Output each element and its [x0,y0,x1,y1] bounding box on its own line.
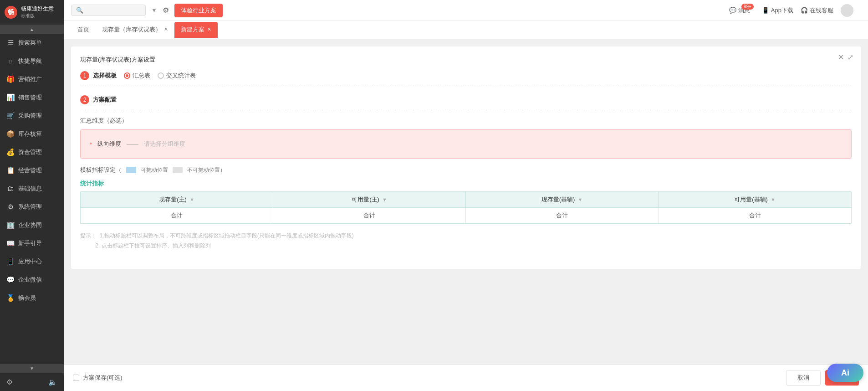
app-version: 标准版 [21,13,54,19]
sidebar-item-label: 经营管理 [18,166,42,175]
topbar-left: 🔍 ▼ ⚙ 体验行业方案 [71,4,223,17]
sidebar: 畅 畅康通好生意 标准版 ▲ ☰ 搜索菜单 ⌂ 快捷导航 🎁 营销推广 📊 销售… [0,0,64,391]
sidebar-item-quick-nav[interactable]: ⌂ 快捷导航 [0,52,64,70]
tab-new-plan-close[interactable]: ✕ [207,26,211,32]
stats-col-4-label: 可用量(基辅) [734,196,768,204]
stats-col-2-label: 可用量(主) [352,196,379,204]
message-button[interactable]: 💬 消息 99+ [729,6,750,15]
dimension-vertical-label: 纵向维度 [97,140,121,148]
stats-col-2-header[interactable]: 可用量(主) ▼ [273,192,466,207]
sidebar-item-label: 畅会员 [18,294,36,302]
stats-title: 统计指标 [80,180,852,188]
headset-icon: 🎧 [801,7,808,14]
stats-cell-4: 合计 [659,208,851,223]
sound-footer-icon[interactable]: 🔈 [48,378,57,386]
sidebar-item-wechat[interactable]: 💬 企业微信 [0,271,64,289]
sidebar-item-label: 基础信息 [18,185,42,193]
panel-actions: ✕ ⤢ [838,53,853,62]
avatar[interactable] [841,4,853,17]
sidebar-item-label: 企业协同 [18,221,42,229]
sidebar-item-inventory[interactable]: 📦 库存核算 [0,125,64,143]
tab-inventory-status-close[interactable]: ✕ [164,26,168,32]
message-badge: 99+ [741,4,754,10]
message-icon: 💬 [729,7,736,14]
step2-badge: 2 [80,95,89,104]
step2-section: 2 方案配置 汇总维度（必选） * 纵向维度 —— 请选择分组维度 模板指标设定… [80,95,852,251]
sidebar-item-marketing[interactable]: 🎁 营销推广 [0,70,64,88]
ai-float-button[interactable]: Ai [827,364,863,382]
stats-table-header: 现存量(主) ▼ 可用量(主) ▼ 现存量(基辅) ▼ [81,192,851,208]
draggable-indicator [126,167,136,173]
sidebar-item-label: 快捷导航 [18,57,42,65]
sidebar-item-label: 新手引导 [18,239,42,247]
app-download-label: App下载 [771,6,793,15]
dimension-label: 汇总维度（必选） [80,117,852,125]
sidebar-scroll-down[interactable]: ▼ [0,364,64,373]
sidebar-item-enterprise[interactable]: 🏢 企业协同 [0,216,64,234]
wechat-icon: 💬 [6,276,15,284]
apps-icon: 📱 [6,257,15,266]
tab-inventory-status[interactable]: 现存量（库存状况表） ✕ [96,22,174,38]
online-service-button[interactable]: 🎧 在线客服 [801,6,833,15]
industry-plan-button[interactable]: 体验行业方案 [174,4,223,17]
sidebar-footer: ⚙ 🔈 [0,373,64,391]
basics-icon: 🗂 [6,185,15,193]
stats-col-1-header[interactable]: 现存量(主) ▼ [81,192,273,207]
tip-2: 2. 点击标题栏下拉可设置排序、插入列和删除列 [80,241,852,251]
sidebar-item-sales[interactable]: 📊 销售管理 [0,88,64,107]
inventory-icon: 📦 [6,130,15,138]
cancel-button[interactable]: 取消 [786,370,821,386]
panel-close-button[interactable]: ✕ [838,53,844,62]
tab-new-plan[interactable]: 新建方案 ✕ [174,22,218,38]
panel-expand-button[interactable]: ⤢ [848,53,853,62]
sidebar-item-business[interactable]: 📋 经营管理 [0,161,64,180]
stats-section: 统计指标 现存量(主) ▼ 可用量(主) ▼ [80,180,852,224]
tab-home[interactable]: 首页 [71,22,96,38]
app-download-button[interactable]: 📱 App下载 [762,6,793,15]
tip-1: 提示： 1.拖动标题栏可以调整布局，不可跨维度或指标区域拖动栏目字段(只能在同一… [80,231,852,241]
save-checkbox[interactable] [73,375,79,381]
sidebar-item-label: 企业微信 [18,276,42,284]
main-area: 🔍 ▼ ⚙ 体验行业方案 💬 消息 99+ 📱 App下载 🎧 在线客服 [64,0,868,391]
topbar-dropdown-icon[interactable]: ▼ [151,7,157,14]
sidebar-item-search-menu[interactable]: ☰ 搜索菜单 [0,34,64,52]
enterprise-icon: 🏢 [6,221,15,229]
save-option-label: 方案保存(可选) [83,374,123,382]
sidebar-scroll-up[interactable]: ▲ [0,25,64,34]
sidebar-item-member[interactable]: 🏅 畅会员 [0,289,64,307]
radio-cross[interactable]: 交叉统计表 [158,72,196,80]
dimension-required-star: * [90,141,92,148]
non-draggable-indicator [173,167,183,173]
newbie-icon: 📖 [6,239,15,247]
sidebar-item-system[interactable]: ⚙ 系统管理 [0,198,64,216]
sidebar-item-finance[interactable]: 💰 资金管理 [0,143,64,161]
sidebar-item-newbie[interactable]: 📖 新手引导 [0,234,64,252]
topbar-gear-icon[interactable]: ⚙ [163,6,169,15]
sidebar-item-basics[interactable]: 🗂 基础信息 [0,180,64,198]
sidebar-item-label: 资金管理 [18,148,42,156]
sidebar-nav: ☰ 搜索菜单 ⌂ 快捷导航 🎁 营销推广 📊 销售管理 🛒 采购管理 📦 库存核… [0,34,64,364]
radio-summary-label: 汇总表 [133,72,150,80]
tab-new-plan-label: 新建方案 [181,26,204,34]
search-box: 🔍 [71,5,146,16]
radio-cross-dot [158,72,164,79]
stats-col-3-header[interactable]: 现存量(基辅) ▼ [466,192,659,207]
purchase-icon: 🛒 [6,112,15,120]
radio-summary[interactable]: 汇总表 [124,72,150,80]
radio-summary-dot [124,72,130,79]
sales-icon: 📊 [6,93,15,102]
search-input[interactable] [86,7,141,14]
ai-button-label: Ai [841,368,849,378]
dimension-box[interactable]: * 纵向维度 —— 请选择分组维度 [80,129,852,159]
content-area: ✕ ⤢ 现存量(库存状况表)方案设置 1 选择模板 汇总表 [64,39,868,364]
sidebar-item-apps[interactable]: 📱 应用中心 [0,252,64,271]
system-icon: ⚙ [6,203,15,211]
settings-footer-icon[interactable]: ⚙ [6,378,13,386]
sidebar-item-label: 采购管理 [18,112,42,120]
stats-col-4-header[interactable]: 可用量(基辅) ▼ [659,192,851,207]
stats-col-3-label: 现存量(基辅) [541,196,575,204]
stats-table: 现存量(主) ▼ 可用量(主) ▼ 现存量(基辅) ▼ [80,191,852,224]
sidebar-item-label: 应用中心 [18,257,42,266]
stats-col-1-chevron: ▼ [189,197,194,202]
sidebar-item-purchase[interactable]: 🛒 采购管理 [0,107,64,125]
